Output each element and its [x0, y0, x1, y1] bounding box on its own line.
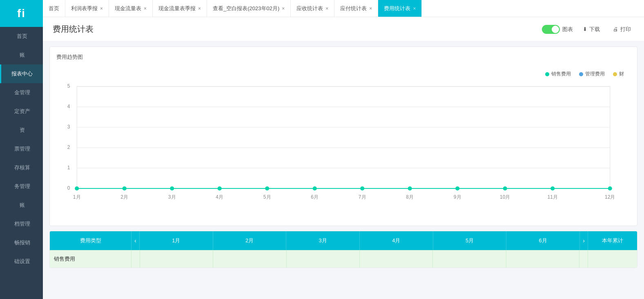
table-row: 销售费用: [50, 250, 637, 268]
td-type: 销售费用: [50, 250, 131, 268]
tab-close-expense-stats[interactable]: ×: [413, 6, 416, 11]
sidebar-item-service[interactable]: 务管理: [0, 177, 43, 196]
page-content: 费用统计表 图表 ⬇ 下载 �: [43, 17, 644, 299]
sidebar-item-account2[interactable]: 账: [0, 196, 43, 215]
svg-point-14: [123, 186, 127, 190]
next-arrow-icon[interactable]: ›: [583, 237, 585, 244]
download-icon: ⬇: [583, 26, 587, 32]
download-button[interactable]: ⬇ 下载: [579, 24, 603, 35]
svg-text:6月: 6月: [311, 194, 319, 200]
sidebar-item-inventory[interactable]: 存核算: [0, 158, 43, 177]
sidebar-item-fund[interactable]: 金管理: [0, 83, 43, 102]
svg-text:1: 1: [67, 165, 70, 171]
svg-text:8月: 8月: [406, 194, 414, 200]
sidebar-item-assets[interactable]: 定资产: [0, 102, 43, 121]
tab-close-receivable[interactable]: ×: [325, 6, 328, 11]
tab-close-payable[interactable]: ×: [369, 6, 372, 11]
table-section: 费用类型 ‹ 1月 2月 3月 4月: [49, 231, 637, 268]
td-month-1: [140, 250, 213, 268]
svg-text:3: 3: [67, 124, 70, 130]
svg-point-15: [170, 186, 174, 190]
svg-point-20: [408, 186, 412, 190]
th-month-2: 2月: [213, 231, 287, 250]
th-month-6: 6月: [506, 231, 580, 250]
svg-text:7月: 7月: [359, 194, 366, 200]
tab-profit-quarter[interactable]: 利润表季报 ×: [65, 0, 109, 17]
main-area: 首页 利润表季报 × 现金流量表 × 现金流量表季报 × 查看_空白报表(202…: [43, 0, 644, 299]
chart-wrapper: 销售费用 管理费用 财: [56, 64, 631, 219]
chart-toggle[interactable]: [542, 25, 560, 34]
td-spacer-right: [579, 250, 588, 268]
svg-point-18: [313, 186, 317, 190]
svg-text:4月: 4月: [216, 194, 223, 200]
sidebar-item-hr[interactable]: 资: [0, 121, 43, 140]
sidebar-item-settings[interactable]: 础设置: [0, 252, 43, 271]
tab-receivable[interactable]: 应收统计表 ×: [291, 0, 334, 17]
chart-toggle-label: 图表: [542, 25, 573, 34]
tab-blank-report[interactable]: 查看_空白报表(2023年02月) ×: [207, 0, 291, 17]
page-title: 费用统计表: [53, 24, 94, 35]
page-header: 费用统计表 图表 ⬇ 下载 �: [43, 17, 644, 42]
tab-payable[interactable]: 应付统计表 ×: [334, 0, 378, 17]
svg-text:5: 5: [67, 83, 70, 89]
th-month-5: 5月: [433, 231, 507, 250]
tab-expense-stats[interactable]: 费用统计表 ×: [378, 0, 422, 17]
line-chart-svg: 0 1 2 3 4 5: [56, 64, 631, 215]
svg-point-16: [218, 186, 222, 190]
sidebar-item-reports[interactable]: 报表中心: [0, 64, 43, 83]
sidebar: fi 首页 账 报表中心 金管理 定资产 资 票管理 存核算 务管理 账: [0, 0, 43, 299]
svg-text:2: 2: [67, 144, 70, 150]
toggle-thumb: [552, 26, 559, 33]
tab-cashflow[interactable]: 现金流量表 ×: [109, 0, 153, 17]
table-header: 费用类型 ‹ 1月 2月 3月 4月: [50, 231, 637, 250]
th-prev-arrow[interactable]: ‹: [131, 231, 140, 250]
tab-close-cashflow[interactable]: ×: [144, 6, 147, 11]
tab-cashflow-quarter[interactable]: 现金流量表季报 ×: [153, 0, 207, 17]
print-button[interactable]: 🖨 打印: [610, 24, 634, 35]
svg-point-19: [360, 186, 364, 190]
print-icon: 🖨: [613, 26, 618, 32]
svg-point-13: [75, 186, 79, 190]
svg-text:1月: 1月: [73, 194, 81, 200]
svg-rect-12: [77, 86, 610, 188]
svg-point-21: [455, 186, 459, 190]
chart-section: 费用趋势图 销售费用 管理费用 财: [49, 47, 637, 226]
toggle-track: [542, 25, 560, 34]
svg-text:12月: 12月: [605, 194, 615, 200]
svg-text:5月: 5月: [263, 194, 271, 200]
th-month-3: 3月: [286, 231, 360, 250]
svg-point-22: [503, 186, 507, 190]
td-month-6: [506, 250, 579, 268]
header-actions: 图表 ⬇ 下载 🖨 打印: [542, 24, 634, 35]
tab-close-profit-quarter[interactable]: ×: [100, 6, 103, 11]
tabs-bar: 首页 利润表季报 × 现金流量表 × 现金流量表季报 × 查看_空白报表(202…: [43, 0, 644, 17]
chart-label: 图表: [562, 26, 573, 33]
sidebar-item-tickets[interactable]: 票管理: [0, 140, 43, 158]
td-month-5: [433, 250, 506, 268]
th-type: 费用类型: [50, 231, 131, 250]
sidebar-item-archive[interactable]: 档管理: [0, 215, 43, 233]
sidebar-item-ledger[interactable]: 账: [0, 46, 43, 64]
sidebar-item-expense[interactable]: 畅报销: [0, 233, 43, 252]
svg-text:10月: 10月: [500, 194, 510, 200]
tab-home[interactable]: 首页: [43, 0, 65, 17]
svg-point-23: [550, 186, 555, 190]
svg-text:2月: 2月: [120, 194, 128, 200]
svg-text:3月: 3月: [168, 194, 176, 200]
td-month-2: [213, 250, 286, 268]
th-next-arrow[interactable]: ›: [580, 231, 588, 250]
tab-close-blank-report[interactable]: ×: [282, 6, 285, 11]
td-month-4: [360, 250, 433, 268]
sidebar-item-home[interactable]: 首页: [0, 27, 43, 46]
svg-point-24: [608, 186, 612, 190]
td-spacer-left: [131, 250, 140, 268]
prev-arrow-icon[interactable]: ‹: [134, 237, 136, 244]
chart-title: 费用趋势图: [56, 53, 631, 61]
tab-close-cashflow-quarter[interactable]: ×: [198, 6, 201, 11]
svg-point-17: [265, 186, 269, 190]
svg-text:0: 0: [67, 185, 70, 191]
th-month-4: 4月: [360, 231, 433, 250]
svg-text:9月: 9月: [454, 194, 461, 200]
th-total: 本年累计: [588, 231, 637, 250]
svg-text:11月: 11月: [547, 194, 557, 200]
